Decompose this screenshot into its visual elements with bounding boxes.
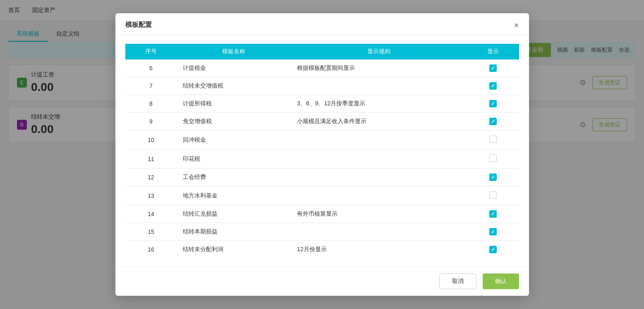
cell-checkbox xyxy=(467,95,519,113)
cell-seq: 16 xyxy=(125,241,177,259)
cell-rule: 12月份显示 xyxy=(291,241,467,259)
modal-body: 序号 模板名称 显示规则 显示 6计提税金根据模板配置期间显示7结转未交增值税8… xyxy=(115,36,529,266)
cell-name: 结转本期损益 xyxy=(177,223,291,241)
cell-rule: 有外币核算显示 xyxy=(291,205,467,223)
cell-name: 免交增值税 xyxy=(177,113,291,131)
cell-name: 工会经费 xyxy=(177,169,291,186)
cell-seq: 6 xyxy=(125,59,177,77)
cell-rule xyxy=(291,131,467,150)
cell-seq: 13 xyxy=(125,186,177,205)
cell-checkbox xyxy=(467,169,519,186)
cell-checkbox xyxy=(467,205,519,223)
table-row: 8计提所得税3、6、9、12月按季度显示 xyxy=(125,95,519,113)
cell-rule xyxy=(291,186,467,205)
cell-checkbox xyxy=(467,241,519,259)
col-seq: 序号 xyxy=(125,44,177,59)
cell-seq: 10 xyxy=(125,131,177,150)
cancel-button[interactable]: 取消 xyxy=(439,273,476,289)
table-row: 16结转未分配利润12月份显示 xyxy=(125,241,519,259)
table-row: 13地方水利基金 xyxy=(125,186,519,205)
cell-rule xyxy=(291,150,467,169)
cell-rule xyxy=(291,77,467,95)
table-row: 9免交增值税小规模且满足收入条件显示 xyxy=(125,113,519,131)
cell-checkbox xyxy=(467,59,519,77)
checkbox-checked[interactable] xyxy=(489,82,497,90)
col-display: 显示 xyxy=(467,44,519,59)
modal-header: 模板配置 × xyxy=(115,13,529,36)
col-name: 模板名称 xyxy=(177,44,291,59)
checkbox-checked[interactable] xyxy=(489,246,497,253)
checkbox-unchecked[interactable] xyxy=(489,135,497,143)
cell-name: 回冲税金 xyxy=(177,131,291,150)
cell-name: 印花税 xyxy=(177,150,291,169)
modal-close-button[interactable]: × xyxy=(514,21,519,29)
table-body: 6计提税金根据模板配置期间显示7结转未交增值税8计提所得税3、6、9、12月按季… xyxy=(125,59,519,258)
table-row: 6计提税金根据模板配置期间显示 xyxy=(125,59,519,77)
cell-name: 结转未分配利润 xyxy=(177,241,291,259)
cell-seq: 9 xyxy=(125,113,177,131)
cell-name: 计提税金 xyxy=(177,59,291,77)
table-row: 7结转未交增值税 xyxy=(125,77,519,95)
checkbox-checked[interactable] xyxy=(489,100,497,107)
modal-overlay: 模板配置 × 序号 模板名称 显示规则 显示 6计提税金根据模板配置期间显示7结… xyxy=(0,0,644,309)
cell-rule: 根据模板配置期间显示 xyxy=(291,59,467,77)
cell-checkbox xyxy=(467,131,519,150)
cell-checkbox xyxy=(467,77,519,95)
cell-rule xyxy=(291,223,467,241)
checkbox-checked[interactable] xyxy=(489,210,497,218)
cell-seq: 15 xyxy=(125,223,177,241)
cell-name: 结转汇兑损益 xyxy=(177,205,291,223)
checkbox-unchecked[interactable] xyxy=(489,154,497,162)
col-rule: 显示规则 xyxy=(291,44,467,59)
confirm-button[interactable]: 确认 xyxy=(483,273,519,289)
modal-footer: 取消 确认 xyxy=(115,266,529,296)
cell-seq: 11 xyxy=(125,150,177,169)
table-header: 序号 模板名称 显示规则 显示 xyxy=(125,44,519,59)
table-row: 15结转本期损益 xyxy=(125,223,519,241)
table-row: 11印花税 xyxy=(125,150,519,169)
checkbox-checked[interactable] xyxy=(489,64,497,72)
checkbox-checked[interactable] xyxy=(489,174,497,181)
cell-seq: 8 xyxy=(125,95,177,113)
cell-rule xyxy=(291,169,467,186)
cell-name: 结转未交增值税 xyxy=(177,77,291,95)
table-row: 12工会经费 xyxy=(125,169,519,186)
config-table: 序号 模板名称 显示规则 显示 6计提税金根据模板配置期间显示7结转未交增值税8… xyxy=(125,44,519,258)
table-row: 14结转汇兑损益有外币核算显示 xyxy=(125,205,519,223)
cell-name: 计提所得税 xyxy=(177,95,291,113)
checkbox-checked[interactable] xyxy=(489,118,497,125)
checkbox-unchecked[interactable] xyxy=(489,191,497,199)
cell-checkbox xyxy=(467,150,519,169)
table-row: 10回冲税金 xyxy=(125,131,519,150)
cell-seq: 12 xyxy=(125,169,177,186)
cell-seq: 14 xyxy=(125,205,177,223)
checkbox-checked[interactable] xyxy=(489,228,497,235)
modal-title: 模板配置 xyxy=(125,21,152,29)
cell-checkbox xyxy=(467,186,519,205)
cell-checkbox xyxy=(467,113,519,131)
cell-rule: 小规模且满足收入条件显示 xyxy=(291,113,467,131)
cell-rule: 3、6、9、12月按季度显示 xyxy=(291,95,467,113)
cell-seq: 7 xyxy=(125,77,177,95)
cell-checkbox xyxy=(467,223,519,241)
cell-name: 地方水利基金 xyxy=(177,186,291,205)
modal-template-config: 模板配置 × 序号 模板名称 显示规则 显示 6计提税金根据模板配置期间显示7结… xyxy=(115,13,529,296)
